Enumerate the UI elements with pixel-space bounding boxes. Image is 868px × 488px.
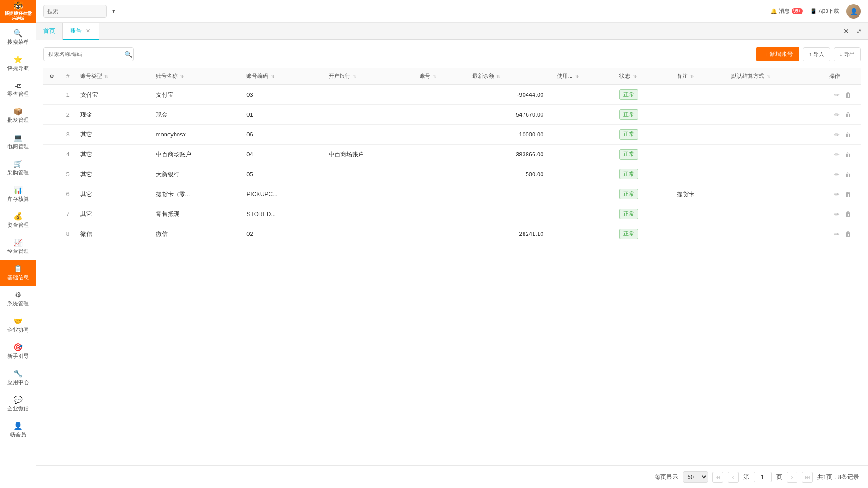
- edit-button-2[interactable]: ✏: [832, 110, 841, 119]
- row-remark: [672, 164, 727, 184]
- message-button[interactable]: 🔔 消息 99+: [770, 7, 803, 15]
- operation-icon: 📈: [14, 238, 23, 247]
- row-type: 其它: [76, 164, 151, 184]
- edit-button-5[interactable]: ✏: [832, 170, 841, 179]
- col-balance[interactable]: 最新余额 ⇅: [468, 68, 552, 85]
- edit-button-8[interactable]: ✏: [832, 230, 841, 239]
- per-page-select[interactable]: 50 100: [683, 471, 708, 483]
- sidebar-item-basic-info[interactable]: 📋基础信息: [0, 260, 36, 286]
- col-code[interactable]: 账号编码 ⇅: [242, 68, 324, 85]
- edit-button-6[interactable]: ✏: [832, 190, 841, 199]
- row-name: 中百商场账户: [151, 145, 242, 164]
- export-button[interactable]: ↓ 导出: [834, 47, 861, 61]
- avatar[interactable]: 👤: [846, 4, 861, 19]
- system-icon: ⚙: [15, 291, 21, 299]
- tab-actions: ✕ ⤢: [841, 26, 868, 37]
- row-status: 正常: [615, 224, 672, 244]
- row-code: 03: [242, 85, 324, 105]
- quick-nav-icon: ⭐: [14, 55, 23, 64]
- delete-button-4[interactable]: 🗑: [843, 150, 853, 159]
- page-input[interactable]: [754, 472, 772, 482]
- sidebar-item-agreement[interactable]: 🤝企业协同: [0, 312, 36, 338]
- expand-tab-button[interactable]: ⤢: [854, 26, 864, 37]
- delete-button-3[interactable]: 🗑: [843, 130, 853, 139]
- header-dropdown[interactable]: ▾: [112, 8, 115, 14]
- row-settle: [727, 85, 825, 105]
- row-num: 4: [60, 145, 76, 164]
- total-info: 共1页，8条记录: [817, 473, 859, 481]
- app-download-button[interactable]: 📱 App下载: [810, 7, 839, 15]
- last-page-button[interactable]: ⏭: [802, 472, 813, 483]
- sidebar-item-quick-nav[interactable]: ⭐快捷导航: [0, 51, 36, 77]
- sidebar-item-inventory[interactable]: 📊库存核算: [0, 181, 36, 207]
- content-area: 🔍 + 新增账号 ↑ 导入 ↓ 导出: [36, 40, 868, 465]
- search-icon: 🔍: [14, 29, 23, 38]
- row-op: ✏ 🗑: [825, 145, 861, 164]
- sidebar-item-app-center[interactable]: 🔧应用中心: [0, 365, 36, 391]
- col-type[interactable]: 账号类型 ⇅: [76, 68, 151, 85]
- guide-icon: 🎯: [14, 343, 23, 352]
- edit-button-4[interactable]: ✏: [832, 150, 841, 159]
- sidebar-item-operation[interactable]: 📈经营管理: [0, 234, 36, 260]
- row-settle: [727, 164, 825, 184]
- sidebar-label-inventory: 库存核算: [7, 195, 29, 203]
- col-status[interactable]: 状态 ⇅: [615, 68, 672, 85]
- sidebar-label-basic-info: 基础信息: [7, 274, 29, 282]
- row-num: 1: [60, 85, 76, 105]
- prev-page-button[interactable]: ‹: [728, 472, 739, 483]
- delete-button-2[interactable]: 🗑: [843, 110, 853, 119]
- row-account: [415, 204, 468, 224]
- delete-button-1[interactable]: 🗑: [843, 90, 853, 99]
- sidebar-item-system[interactable]: ⚙系统管理: [0, 286, 36, 312]
- sidebar-item-purchase[interactable]: 🛒采购管理: [0, 155, 36, 181]
- search-input[interactable]: [44, 48, 121, 60]
- next-page-button[interactable]: ›: [787, 472, 797, 483]
- col-settings[interactable]: ⚙: [43, 68, 60, 85]
- edit-button-1[interactable]: ✏: [832, 90, 841, 99]
- tab-account[interactable]: 账号✕: [63, 23, 99, 40]
- add-account-button[interactable]: + 新增账号: [756, 47, 799, 61]
- sidebar: 🐯 畅捷通好生意 乐进版 🔍搜索菜单⭐快捷导航🛍零售管理📦批发管理💻电商管理🛒采…: [0, 0, 36, 488]
- wholesale-icon: 📦: [14, 107, 23, 116]
- close-tab-button[interactable]: ✕: [841, 26, 852, 37]
- import-button[interactable]: ↑ 导入: [803, 47, 830, 61]
- row-settings: [43, 125, 60, 145]
- col-bank[interactable]: 开户银行 ⇅: [324, 68, 415, 85]
- delete-button-7[interactable]: 🗑: [843, 210, 853, 219]
- tab-home[interactable]: 首页: [36, 23, 63, 40]
- sidebar-item-enterprise-wx[interactable]: 💬企业微信: [0, 391, 36, 417]
- col-remark[interactable]: 备注 ⇅: [672, 68, 727, 85]
- tab-close-account[interactable]: ✕: [85, 28, 91, 34]
- top-search-input[interactable]: [43, 5, 107, 18]
- delete-button-8[interactable]: 🗑: [843, 230, 853, 239]
- row-remark: [672, 145, 727, 164]
- sidebar-item-retail[interactable]: 🛍零售管理: [0, 77, 36, 103]
- sidebar-item-ecommerce[interactable]: 💻电商管理: [0, 129, 36, 155]
- row-balance: 28241.10: [468, 224, 552, 244]
- edit-button-3[interactable]: ✏: [832, 130, 841, 139]
- sidebar-label-guide: 新手引导: [7, 352, 29, 360]
- sidebar-item-member[interactable]: 👤畅会员: [0, 417, 36, 443]
- sidebar-nav: 🔍搜索菜单⭐快捷导航🛍零售管理📦批发管理💻电商管理🛒采购管理📊库存核算💰资金管理…: [0, 23, 36, 488]
- search-button[interactable]: 🔍: [121, 48, 134, 61]
- sidebar-item-finance[interactable]: 💰资金管理: [0, 207, 36, 234]
- message-badge: 99+: [792, 8, 803, 14]
- first-page-button[interactable]: ⏮: [712, 472, 723, 483]
- delete-button-5[interactable]: 🗑: [843, 170, 853, 179]
- col-use[interactable]: 使用... ⇅: [552, 68, 615, 85]
- edit-button-7[interactable]: ✏: [832, 210, 841, 219]
- sidebar-item-search[interactable]: 🔍搜索菜单: [0, 24, 36, 51]
- row-code: 05: [242, 164, 324, 184]
- row-remark: [672, 204, 727, 224]
- col-account[interactable]: 账号 ⇅: [415, 68, 468, 85]
- search-input-wrap: 🔍: [43, 47, 134, 61]
- row-status: 正常: [615, 204, 672, 224]
- col-name[interactable]: 账号名称 ⇅: [151, 68, 242, 85]
- delete-button-6[interactable]: 🗑: [843, 190, 853, 199]
- row-settle: [727, 145, 825, 164]
- col-settle[interactable]: 默认结算方式 ⇅: [727, 68, 825, 85]
- tabs-container: 首页账号✕: [36, 23, 841, 40]
- sidebar-item-wholesale[interactable]: 📦批发管理: [0, 103, 36, 129]
- sidebar-item-guide[interactable]: 🎯新手引导: [0, 338, 36, 365]
- row-remark: [672, 85, 727, 105]
